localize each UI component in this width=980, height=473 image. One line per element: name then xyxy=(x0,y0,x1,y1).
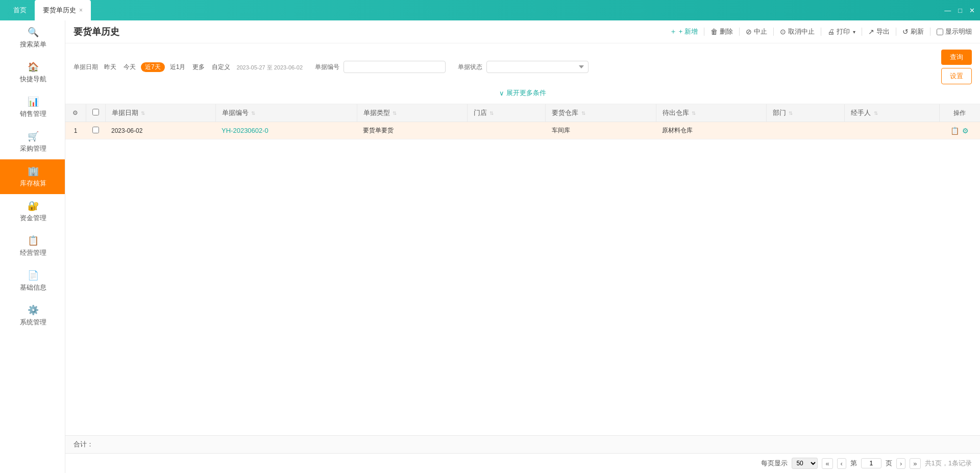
top-bar-tabs: 首页 要货单历史 × xyxy=(5,0,944,20)
next-page-button[interactable]: › xyxy=(896,458,905,469)
column-handler[interactable]: 经手人 ⇅ xyxy=(845,104,939,122)
column-doc-date[interactable]: 单据日期 ⇅ xyxy=(105,104,215,122)
divider xyxy=(704,28,704,36)
doc-no-link[interactable]: YH-20230602-0 xyxy=(222,127,268,134)
sidebar-item-purchase-mgmt[interactable]: 🛒 采购管理 xyxy=(0,125,65,159)
column-store[interactable]: 门店 ⇅ xyxy=(467,104,546,122)
refresh-button[interactable]: ↺ 刷新 xyxy=(902,27,924,36)
row-checkbox[interactable] xyxy=(92,127,99,133)
page-title: 要货单历史 xyxy=(74,26,119,38)
filter-area: 单据日期 昨天 今天 近7天 近1月 更多 自定义 2023-05-27 至 2… xyxy=(65,43,980,104)
ops-icon: 📋 xyxy=(28,235,39,246)
doc-no-filter-group: 单据编号 xyxy=(315,61,446,73)
divider xyxy=(773,28,774,36)
column-req-warehouse[interactable]: 要货仓库 ⇅ xyxy=(546,104,656,122)
date-yesterday[interactable]: 昨天 xyxy=(102,62,118,72)
column-pending-warehouse[interactable]: 待出仓库 ⇅ xyxy=(656,104,766,122)
per-page-select[interactable]: 50 20 100 200 xyxy=(792,458,818,469)
page-label: 页 xyxy=(886,459,892,468)
new-button[interactable]: ＋ + 新增 xyxy=(670,27,698,36)
table-header-row: ⚙ 单据日期 ⇅ 单据编号 ⇅ 单据类型 xyxy=(65,104,980,122)
window-minimize-icon[interactable]: — xyxy=(944,7,951,14)
export-icon: ↗ xyxy=(868,28,874,36)
settings-button[interactable]: 设置 xyxy=(941,68,972,84)
divider xyxy=(896,28,896,36)
export-button[interactable]: ↗ 导出 xyxy=(868,27,890,36)
sidebar-item-system-mgmt[interactable]: ⚙️ 系统管理 xyxy=(0,298,65,333)
doc-icon: 📄 xyxy=(28,270,39,281)
finance-icon: 🔐 xyxy=(28,200,39,211)
row-edit-icon[interactable]: 📋 xyxy=(950,127,959,135)
date-custom[interactable]: 自定义 xyxy=(210,62,232,72)
window-close-icon[interactable]: ✕ xyxy=(969,7,975,14)
expand-more-button[interactable]: ∨ 展开更多条件 xyxy=(74,88,972,98)
pagination-total: 共1页，1条记录 xyxy=(925,459,972,468)
first-page-button[interactable]: « xyxy=(822,458,832,469)
column-action: 操作 xyxy=(939,104,980,122)
cancel-stop-button[interactable]: ⊙ 取消中止 xyxy=(780,27,815,36)
sort-icon: ⇅ xyxy=(251,110,255,116)
divider xyxy=(862,28,862,36)
sort-icon: ⇅ xyxy=(692,110,696,116)
date-7days[interactable]: 近7天 xyxy=(141,62,165,72)
column-doc-no[interactable]: 单据编号 ⇅ xyxy=(215,104,357,122)
sidebar-item-basic-info[interactable]: 📄 基础信息 xyxy=(0,264,65,298)
row-delete-icon[interactable]: ⚙ xyxy=(962,127,969,135)
page-input[interactable] xyxy=(861,458,881,468)
tab-close-icon[interactable]: × xyxy=(79,7,83,14)
cancel-stop-icon: ⊙ xyxy=(780,28,786,36)
doc-no-label: 单据编号 xyxy=(315,63,339,72)
date-shortcuts: 昨天 今天 近7天 近1月 更多 自定义 xyxy=(102,62,232,72)
sort-icon: ⇅ xyxy=(789,110,793,116)
sidebar-item-ops-mgmt[interactable]: 📋 经营管理 xyxy=(0,229,65,264)
display-detail-button[interactable]: 显示明细 xyxy=(937,27,972,36)
sidebar-item-quick-nav[interactable]: 🏠 快捷导航 xyxy=(0,55,65,90)
date-filter-group: 单据日期 昨天 今天 近7天 近1月 更多 自定义 2023-05-27 至 2… xyxy=(74,62,303,72)
prev-page-button[interactable]: ‹ xyxy=(837,458,846,469)
delete-button[interactable]: 🗑 删除 xyxy=(710,27,733,36)
status-label: 单据状态 xyxy=(458,63,482,72)
home-icon: 🏠 xyxy=(28,61,39,73)
filter-action-btns: 查询 设置 xyxy=(941,50,972,84)
sidebar-item-sales-mgmt[interactable]: 📊 销售管理 xyxy=(0,90,65,125)
row-check[interactable] xyxy=(86,122,105,139)
per-page-label: 每页显示 xyxy=(761,459,788,468)
pagination-bar: 每页显示 50 20 100 200 « ‹ 第 页 › » 共1页，1条记录 xyxy=(65,453,980,473)
row-doc-no: YH-20230602-0 xyxy=(215,122,357,139)
check-all-checkbox[interactable] xyxy=(92,109,99,115)
tab-requisition-history[interactable]: 要货单历史 × xyxy=(35,0,91,20)
row-doc-type: 要货单要货 xyxy=(357,122,467,139)
column-settings-icon[interactable]: ⚙ xyxy=(65,104,86,122)
page-input-label: 第 xyxy=(850,459,857,468)
cart-icon: 🛒 xyxy=(28,131,39,142)
row-handler xyxy=(845,122,939,139)
chart-icon: 📊 xyxy=(28,96,39,107)
column-department[interactable]: 部门 ⇅ xyxy=(766,104,845,122)
row-actions: 📋 ⚙ xyxy=(939,122,980,139)
doc-no-input[interactable] xyxy=(344,61,446,73)
column-doc-type[interactable]: 单据类型 ⇅ xyxy=(357,104,467,122)
sidebar-item-finance-mgmt[interactable]: 🔐 资金管理 xyxy=(0,194,65,229)
stop-button[interactable]: ⊘ 中止 xyxy=(746,27,767,36)
window-maximize-icon[interactable]: □ xyxy=(958,7,962,14)
top-bar-right: — □ ✕ xyxy=(944,7,975,14)
sidebar-item-inventory[interactable]: 🏢 库存核算 xyxy=(0,159,65,194)
warehouse-icon: 🏢 xyxy=(28,165,39,177)
print-button[interactable]: 🖨 打印 ▾ xyxy=(827,27,855,36)
row-department xyxy=(766,122,845,139)
table-footer: 合计： xyxy=(65,435,980,453)
sidebar-item-label: 资金管理 xyxy=(20,214,46,223)
status-select[interactable] xyxy=(486,61,589,73)
last-page-button[interactable]: » xyxy=(910,458,920,469)
date-more[interactable]: 更多 xyxy=(190,62,207,72)
query-button[interactable]: 查询 xyxy=(941,50,972,65)
search-icon: 🔍 xyxy=(28,27,39,38)
add-icon: ＋ xyxy=(670,27,677,36)
date-today[interactable]: 今天 xyxy=(121,62,138,72)
sidebar-item-search-menu[interactable]: 🔍 搜索菜单 xyxy=(0,20,65,55)
display-detail-checkbox[interactable] xyxy=(937,29,943,35)
column-check-all[interactable] xyxy=(86,104,105,122)
print-dropdown-icon[interactable]: ▾ xyxy=(853,29,855,35)
tab-home[interactable]: 首页 xyxy=(5,0,35,20)
date-1month[interactable]: 近1月 xyxy=(168,62,188,72)
